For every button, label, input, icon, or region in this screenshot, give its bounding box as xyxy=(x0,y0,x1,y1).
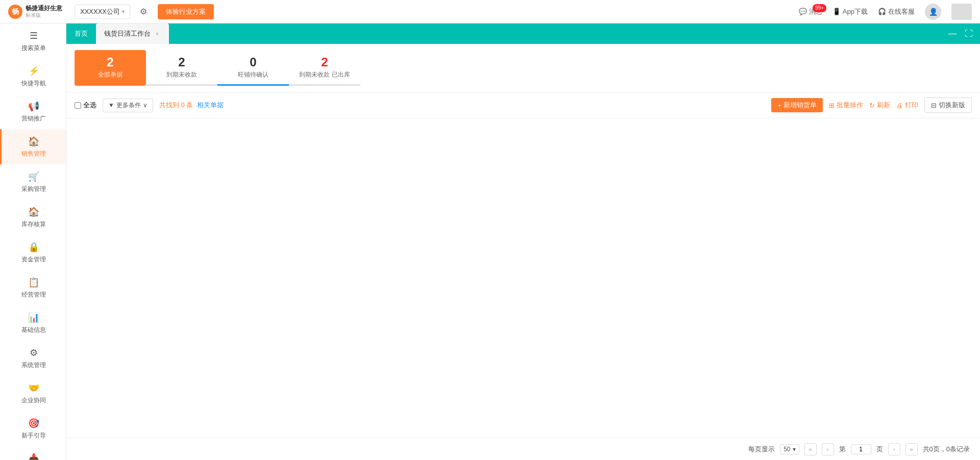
stat-number-overdue: 2 xyxy=(156,55,207,69)
content-area: 首页 钱货日清工作台 × — ⛶ 2 全部单据 2 到期未收款 xyxy=(66,23,980,460)
select-all-input[interactable] xyxy=(75,102,81,109)
sidebar-label-basic-info: 基础信息 xyxy=(21,326,46,334)
tab-minimize-icon[interactable]: — xyxy=(946,28,959,40)
tab-close-icon[interactable]: × xyxy=(154,30,161,37)
sidebar-label-search-menu: 搜索菜单 xyxy=(21,44,46,53)
switch-label: 切换新版 xyxy=(939,101,965,110)
stats-row: 2 全部单据 2 到期未收款 0 旺铺待确认 2 到期未收款 已出库 xyxy=(66,44,980,92)
add-icon: + xyxy=(777,102,781,109)
sidebar-item-quick-nav[interactable]: ⚡ 快捷导航 xyxy=(0,59,66,94)
prev-page-button[interactable]: ‹ xyxy=(822,443,834,455)
stat-card-all[interactable]: 2 全部单据 xyxy=(75,50,146,86)
found-count: 0 xyxy=(181,101,185,109)
page-suffix: 页 xyxy=(876,445,883,454)
first-page-button[interactable]: « xyxy=(804,443,817,455)
purchase-icon: 🛒 xyxy=(28,171,40,183)
sidebar-item-marketing[interactable]: 📢 营销推广 xyxy=(0,94,66,129)
found-link[interactable]: 相关单据 xyxy=(197,101,224,109)
found-suffix: 条 xyxy=(186,101,193,109)
company-selector[interactable]: XXXXXX公司 ▾ xyxy=(75,5,130,19)
add-sale-button[interactable]: + 新增销货单 xyxy=(771,98,823,112)
tab-active-label: 钱货日清工作台 xyxy=(104,29,151,38)
filter-button[interactable]: ▼ 更多条件 ∨ xyxy=(103,99,153,112)
tab-expand-icon[interactable]: ⛶ xyxy=(963,28,975,40)
sidebar: ☰ 搜索菜单 ⚡ 快捷导航 📢 营销推广 🏠 销售管理 🛒 采购管理 🏠 库存核… xyxy=(0,23,66,460)
logo-main: 畅捷通好生意 xyxy=(26,5,62,12)
stat-number-all: 2 xyxy=(85,55,136,69)
sidebar-item-purchase[interactable]: 🛒 采购管理 xyxy=(0,164,66,200)
last-page-button[interactable]: » xyxy=(905,443,918,455)
sidebar-item-system[interactable]: ⚙ 系统管理 xyxy=(0,341,66,376)
select-all-checkbox[interactable]: 全选 xyxy=(75,101,96,110)
stat-label-overdue: 到期未收款 xyxy=(156,70,207,79)
switch-version-button[interactable]: ⊟ 切换新版 xyxy=(924,98,972,113)
print-button[interactable]: 🖨 打印 xyxy=(896,101,918,110)
refresh-label: 刷新 xyxy=(877,101,890,110)
logo-icon: 畅 xyxy=(8,5,22,19)
sidebar-item-search-menu[interactable]: ☰ 搜索菜单 xyxy=(0,23,66,59)
sidebar-label-cooperation: 企业协同 xyxy=(21,396,46,405)
stat-card-overdue[interactable]: 2 到期未收款 xyxy=(146,50,217,86)
batch-label: 批量操作 xyxy=(837,101,863,110)
sidebar-item-basic-info[interactable]: 📊 基础信息 xyxy=(0,305,66,341)
company-name: XXXXXX公司 xyxy=(80,7,120,16)
sidebar-item-cooperation[interactable]: 🤝 企业协同 xyxy=(0,376,66,411)
stat-card-wangpu[interactable]: 0 旺铺待确认 xyxy=(217,50,289,86)
total-info: 共0页，0条记录 xyxy=(923,445,970,454)
next-page-button[interactable]: › xyxy=(888,443,900,455)
app-download-button[interactable]: 📱 App下载 xyxy=(832,7,868,16)
tab-home[interactable]: 首页 xyxy=(66,23,96,44)
page-size-arrow: ▾ xyxy=(793,446,796,453)
found-prefix: 共找到 xyxy=(159,101,179,109)
sidebar-label-guide: 新手引导 xyxy=(21,431,46,440)
page-prefix: 第 xyxy=(839,445,846,454)
trial-button[interactable]: 体验行业方案 xyxy=(158,4,214,19)
sidebar-item-app-center[interactable]: 📥 应用中心 xyxy=(0,446,66,460)
tab-bar: 首页 钱货日清工作台 × — ⛶ xyxy=(66,23,980,44)
tab-active[interactable]: 钱货日清工作台 × xyxy=(96,23,169,44)
sidebar-item-operations[interactable]: 📋 经营管理 xyxy=(0,270,66,305)
add-label: 新增销货单 xyxy=(783,101,817,110)
settings-icon[interactable]: ⚙ xyxy=(135,4,152,20)
sidebar-item-inventory[interactable]: 🏠 库存核算 xyxy=(0,200,66,235)
stat-label-wangpu: 旺铺待确认 xyxy=(228,70,279,79)
pagination-bar: 每页显示 50 ▾ « ‹ 第 页 › » 共0页，0条记录 xyxy=(66,438,980,460)
logo-sub: 标准版 xyxy=(26,12,62,18)
sidebar-item-capital[interactable]: 🔒 资金管理 xyxy=(0,235,66,270)
online-service-button[interactable]: 🎧 在线客服 xyxy=(878,7,915,16)
sales-icon: 🏠 xyxy=(28,135,40,148)
stat-label-overdue-unshipped: 到期未收款 已出库 xyxy=(299,70,350,79)
message-button[interactable]: 💬 消息 99+ xyxy=(799,7,822,16)
refresh-button[interactable]: ↻ 刷新 xyxy=(869,101,890,110)
logo-area: 畅 畅捷通好生意 标准版 xyxy=(8,5,75,19)
refresh-icon: ↻ xyxy=(869,102,875,109)
sidebar-item-sales[interactable]: 🏠 销售管理 xyxy=(0,129,66,164)
batch-icon: ⊞ xyxy=(829,102,835,109)
avatar[interactable]: 👤 xyxy=(925,4,941,20)
inventory-icon: 🏠 xyxy=(28,206,40,218)
app-download-label: App下载 xyxy=(843,7,868,16)
sidebar-label-system: 系统管理 xyxy=(21,361,46,370)
sidebar-label-operations: 经营管理 xyxy=(21,290,46,299)
online-service-label: 在线客服 xyxy=(888,7,915,16)
sidebar-label-sales: 销售管理 xyxy=(21,150,46,158)
page-input[interactable] xyxy=(851,444,871,454)
print-label: 打印 xyxy=(905,101,918,110)
stat-card-overdue-unshipped[interactable]: 2 到期未收款 已出库 xyxy=(289,50,360,86)
company-dropdown-icon: ▾ xyxy=(122,9,125,14)
capital-icon: 🔒 xyxy=(28,241,40,253)
sidebar-label-capital: 资金管理 xyxy=(21,255,46,264)
sidebar-item-guide[interactable]: 🎯 新手引导 xyxy=(0,411,66,446)
marketing-icon: 📢 xyxy=(28,100,40,112)
app-download-icon: 📱 xyxy=(832,8,841,15)
toolbar: 全选 ▼ 更多条件 ∨ 共找到 0 条 相关单据 + 新增销货单 xyxy=(66,92,980,118)
stat-label-all: 全部单据 xyxy=(85,70,136,79)
batch-operation-button[interactable]: ⊞ 批量操作 xyxy=(829,101,863,110)
user-info-area[interactable] xyxy=(951,4,972,20)
basic-info-icon: 📊 xyxy=(28,311,40,324)
toolbar-right: + 新增销货单 ⊞ 批量操作 ↻ 刷新 🖨 打印 xyxy=(771,98,972,113)
headset-icon: 🎧 xyxy=(878,8,886,15)
logo-text: 畅捷通好生意 标准版 xyxy=(26,5,62,18)
select-all-label: 全选 xyxy=(83,101,96,110)
page-size-select[interactable]: 50 ▾ xyxy=(780,444,799,454)
